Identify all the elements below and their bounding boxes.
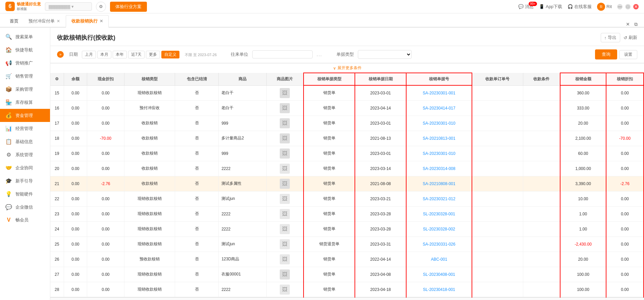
cell-cancel-bill-date: 2023-03-01 [355, 116, 406, 131]
cell-cancel-bill-no[interactable]: SA-20230414-017 [406, 100, 472, 116]
user-area[interactable]: R Rit [597, 3, 612, 11]
cell-cancel-bill-no[interactable]: SL-20230328-002 [406, 221, 472, 237]
cell-cash-discount: 0.00 [87, 100, 124, 116]
cell-cancel-discount: 0.00 [606, 191, 644, 206]
sidebar-item-basic[interactable]: 📋 基础信息 [0, 135, 50, 148]
cell-receipt-condition [523, 252, 560, 267]
cell-cancel-bill-no[interactable]: SA-20210813-001 [406, 131, 472, 146]
cell-cancel-discount: 0.00 [606, 252, 644, 267]
cell-cancel-bill-no[interactable]: ABC-001 [406, 252, 472, 267]
trial-industry-button[interactable]: 体验行业方案 [110, 2, 147, 12]
cell-row-num: 17 [50, 116, 64, 131]
cell-receipt-condition [523, 85, 560, 100]
tab-prepay[interactable]: 预付冲应付单 ✕ [23, 15, 66, 27]
col-include-settled: 包含已结清 [175, 73, 219, 85]
export-button[interactable]: ↑ 导出 [601, 33, 621, 42]
from-unit-input[interactable] [252, 50, 313, 58]
tab-receipt-cancel-label: 收款核销执行 [71, 18, 98, 24]
cell-product-img: 🖼 [266, 206, 304, 221]
cell-cancel-bill-type: 销货单 [304, 100, 355, 116]
single-type-select[interactable]: 销货单 销货退货单 [358, 50, 412, 59]
message-button[interactable]: 💬 消息 99+ [518, 4, 534, 10]
cancel-bill-no-link[interactable]: SA-20230414-017 [423, 106, 455, 111]
gear-button[interactable]: ⚙ [96, 2, 106, 12]
tab-expand[interactable]: ⧉ [633, 22, 639, 27]
tab-close-all[interactable]: ✕ [625, 22, 631, 27]
cancel-bill-no-link[interactable]: SA-20230314-008 [423, 166, 455, 171]
cancel-bill-no-link[interactable]: SA-20230301-001 [423, 91, 455, 95]
tab-home[interactable]: 首页 [5, 15, 23, 27]
sidebar-item-wechat[interactable]: 💬 企业微信 [0, 201, 50, 214]
sidebar-item-finance[interactable]: 💰 资金管理 [0, 109, 50, 122]
date-range: 不限 至 2023-07-26 [185, 52, 217, 57]
cell-cancel-type: 收款核销 [124, 161, 175, 176]
cell-cancel-bill-no[interactable]: SA-20230331-026 [406, 237, 472, 252]
sidebar-item-marketing[interactable]: 📢 营销推广 [0, 56, 50, 70]
cell-cancel-bill-no[interactable]: SA-20230314-008 [406, 161, 472, 176]
table-container[interactable]: ⚙ 余额 现金折扣 核销类型 包含已结清 商品 商品图片 核销单据类型 核销单据… [50, 73, 644, 300]
query-button[interactable]: 查询 [595, 49, 617, 59]
sidebar-item-collab[interactable]: 🤝 企业协同 [0, 161, 50, 174]
cell-cancel-bill-no[interactable]: SA-20210808-001 [406, 176, 472, 191]
col-settings[interactable]: ⚙ [50, 73, 64, 85]
cell-cancel-amount: 20.00 [560, 116, 606, 131]
cancel-bill-no-link[interactable]: ABC-001 [431, 257, 447, 262]
maximize-button[interactable]: □ [625, 4, 631, 9]
online-support-button[interactable]: 🎧 在线客服 [568, 4, 592, 10]
cell-cancel-bill-type: 销货单 [304, 252, 355, 267]
close-button[interactable]: ✕ [633, 4, 639, 9]
cancel-bill-no-link[interactable]: SA-20210808-001 [423, 181, 455, 186]
date-btn-more[interactable]: 更多 [146, 51, 160, 58]
collapse-button[interactable]: » [57, 51, 64, 58]
sidebar-item-purchase[interactable]: 📦 采购管理 [0, 83, 50, 96]
cancel-bill-no-link[interactable]: SA-20210813-001 [423, 136, 455, 141]
cell-cash-discount: 0.00 [87, 146, 124, 161]
app-download-label: App下载 [546, 4, 562, 10]
cell-cancel-bill-no[interactable]: SA-20230321-012 [406, 191, 472, 206]
date-btn-this-year[interactable]: 本年 [113, 51, 127, 58]
sidebar-item-member[interactable]: V 畅会员 [0, 214, 50, 226]
cell-cancel-amount: 100.00 [560, 282, 606, 297]
table-row: 26 0.00 0.00 预收款核销 否 123D商品 🖼 销货单 2022-0… [50, 252, 644, 267]
expand-more-button[interactable]: ∨ 展开更多条件 [50, 63, 644, 73]
cell-cancel-bill-no[interactable]: SA-20230301-010 [406, 146, 472, 161]
tab-prepay-close[interactable]: ✕ [57, 19, 60, 24]
sidebar-item-hardware[interactable]: 💡 智能硬件 [0, 187, 50, 201]
date-btn-7days[interactable]: 近7天 [128, 51, 145, 58]
tab-receipt-cancel-close[interactable]: ✕ [100, 19, 103, 24]
cell-cancel-bill-no[interactable]: SL-20230418-001 [406, 282, 472, 297]
cancel-bill-no-link[interactable]: SL-20230418-001 [423, 287, 455, 292]
tab-receipt-cancel[interactable]: 收款核销执行 ✕ [66, 15, 109, 28]
sidebar-item-management[interactable]: 📊 经营管理 [0, 122, 50, 135]
minimize-button[interactable]: — [617, 4, 623, 9]
cell-receipt-condition [523, 161, 560, 176]
cell-include-settled: 否 [175, 116, 219, 131]
cell-cancel-bill-no[interactable]: SL-20230408-001 [406, 267, 472, 282]
cell-cancel-bill-no[interactable]: SA-20230301-001 [406, 85, 472, 100]
cancel-bill-no-link[interactable]: SA-20230321-012 [423, 197, 455, 201]
sidebar-item-guide[interactable]: 🎓 新手引导 [0, 174, 50, 187]
settings-button[interactable]: 设置 [619, 50, 637, 59]
date-btn-last-month[interactable]: 上月 [82, 51, 96, 58]
sidebar-item-inventory[interactable]: 🏪 库存核算 [0, 96, 50, 109]
cancel-bill-no-link[interactable]: SA-20230331-026 [423, 242, 455, 247]
refresh-button[interactable]: ↺ 刷新 [624, 35, 637, 41]
app-download-button[interactable]: 📱 App下载 [539, 4, 562, 10]
sidebar-item-nav[interactable]: 🏠 快捷导航 [0, 43, 50, 56]
cell-cancel-bill-no[interactable]: SA-20230301-010 [406, 116, 472, 131]
cell-cancel-bill-type: 销货单 [304, 221, 355, 237]
sidebar-item-basic-label: 基础信息 [15, 139, 33, 145]
sidebar-item-system[interactable]: ⚙ 系统管理 [0, 148, 50, 161]
cell-product: 老白干 [219, 85, 266, 100]
cell-cancel-bill-no[interactable]: SL-20230328-001 [406, 206, 472, 221]
cancel-bill-no-link[interactable]: SA-20230301-010 [423, 121, 455, 126]
cancel-bill-no-link[interactable]: SL-20230328-001 [423, 212, 455, 216]
cancel-bill-no-link[interactable]: SA-20230301-010 [423, 151, 455, 156]
date-btn-custom[interactable]: 自定义 [161, 51, 179, 58]
sidebar-item-search[interactable]: 🔍 搜索菜单 [0, 30, 50, 43]
cancel-bill-no-link[interactable]: SL-20230328-002 [423, 227, 455, 231]
cancel-bill-no-link[interactable]: SL-20230408-001 [423, 272, 455, 277]
sidebar-item-sales[interactable]: 🛒 销售管理 [0, 70, 50, 83]
date-btn-this-month[interactable]: 本月 [97, 51, 111, 58]
app-selector[interactable]: ▓▓▓▓▓▓▓▓ ▾ [45, 2, 92, 11]
